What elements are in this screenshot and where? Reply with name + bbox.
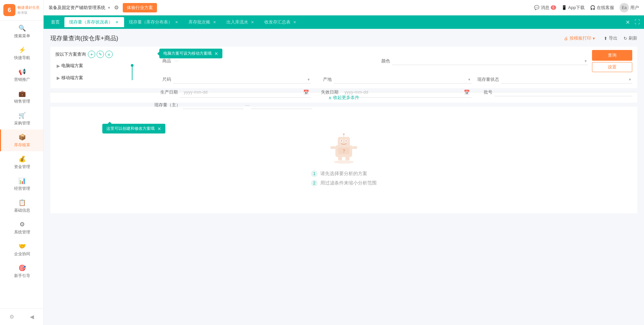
brand-text: 畅捷通好生意 标准版 [17, 5, 40, 15]
sidebar-label-sales: 销售管理 [14, 99, 30, 104]
search-btn[interactable]: 查询 [592, 50, 632, 61]
tab-inventory-status[interactable]: 现存量（库存状况表） ✕ [64, 17, 124, 27]
online-support-action[interactable]: 🎧 在线客服 [590, 5, 614, 11]
basic-icon: 📋 [18, 199, 26, 206]
expiry-date-calendar-icon[interactable]: 📅 [464, 90, 470, 95]
print-dropdown-icon[interactable]: ▾ [593, 36, 595, 41]
expiry-date-label: 失效日期 [315, 89, 338, 95]
sidebar-item-sales[interactable]: 💼 销售管理 [0, 86, 43, 108]
tab-batch[interactable]: 库存批次账 ✕ [184, 17, 222, 27]
origin-select[interactable] [334, 75, 472, 84]
color-select-wrapper[interactable] [392, 57, 588, 65]
search-icon: 🔍 [18, 24, 26, 32]
collab-icon: 🤝 [18, 242, 26, 250]
tab-inventory-dist[interactable]: 现存量（库存分布表） ✕ [124, 17, 184, 27]
message-action[interactable]: 💬 消息 6 [534, 5, 556, 11]
top-header: 装备及固定资产辅助管理系统 ▾ ⚙ 体验行业方案 💬 消息 6 📱 App下载 … [44, 0, 644, 15]
robot-illustration: ? [327, 133, 361, 164]
stock-qty-min-input[interactable] [182, 101, 244, 109]
scheme-group-expand[interactable]: ▶ [57, 63, 60, 68]
scheme-group-mobile-expand[interactable]: ▶ [57, 75, 60, 80]
size-select[interactable] [173, 75, 311, 84]
inventory-icon: 📦 [18, 133, 26, 141]
title-actions: 🖨 按模板打印 ▾ ⬆ 导出 ↻ 刷新 [561, 34, 637, 43]
sidebar-item-finance[interactable]: 💰 资金管理 [0, 151, 43, 173]
stock-qty-field: 现存量（主） — [154, 101, 312, 109]
print-icon: 🖨 [564, 36, 568, 41]
mobile-icon: 📱 [561, 5, 567, 10]
size-select-wrapper[interactable] [173, 75, 311, 84]
batch-input[interactable] [494, 88, 632, 96]
prod-date-input[interactable] [182, 88, 302, 96]
stock-qty-range: — [182, 101, 312, 109]
scheme-edit-tooltip: 这里可以创建和修改方案哦 ✕ [102, 124, 165, 133]
stock-status-select[interactable] [501, 75, 632, 84]
tab-fullscreen-icon[interactable]: ⛶ [633, 18, 641, 27]
tab-summary[interactable]: 收发存汇总表 ✕ [260, 17, 302, 27]
tab-close-all-icon[interactable]: ✕ [624, 18, 631, 27]
sidebar-label-operation: 经营管理 [14, 186, 30, 192]
tab-inventory-status-close[interactable]: ✕ [114, 20, 119, 25]
goods-dots[interactable]: ··· [173, 58, 180, 64]
stock-qty-max-input[interactable] [251, 101, 312, 109]
marketing-icon: 📢 [18, 68, 26, 75]
sidebar-item-collab[interactable]: 🤝 企业协同 [0, 238, 43, 260]
setting-btn[interactable]: 设置 [592, 62, 632, 72]
stock-status-select-wrapper[interactable] [501, 75, 632, 84]
footer-collapse-btn[interactable]: ◀ [28, 312, 36, 322]
svg-text:?: ? [342, 148, 345, 154]
tab-flow[interactable]: 出入库流水 ✕ [222, 17, 260, 27]
color-select[interactable] [392, 57, 588, 65]
origin-select-wrapper[interactable] [334, 75, 472, 84]
tab-home[interactable]: 首页 [46, 17, 64, 27]
scheme-tooltip-text: 电脑方案可设为移动方案哦 [163, 51, 212, 56]
tab-inventory-dist-close[interactable]: ✕ [174, 20, 179, 25]
refresh-btn[interactable]: ↻ 刷新 [624, 35, 637, 41]
sidebar-item-inventory[interactable]: 📦 库存核算 [0, 129, 43, 151]
prod-date-field: 生产日期 📅 [154, 87, 311, 98]
sidebar-item-operation[interactable]: 📊 经营管理 [0, 173, 43, 195]
edit-scheme-btn[interactable]: ✎ [97, 51, 104, 58]
sidebar-item-system[interactable]: ⚙ 系统管理 [0, 217, 43, 238]
template-print-btn[interactable]: 🖨 按模板打印 ▾ [561, 34, 598, 43]
app-download-action[interactable]: 📱 App下载 [561, 5, 585, 11]
sidebar-item-search[interactable]: 🔍 搜索菜单 [0, 20, 43, 42]
trial-button[interactable]: 体验行业方案 [123, 3, 157, 12]
system-dropdown-icon[interactable]: ▾ [108, 5, 110, 10]
add-scheme-btn[interactable]: + [88, 51, 95, 58]
step-num-2: 2 [311, 180, 318, 186]
filter-scheme-row: 按以下方案查询 + ✎ « [55, 51, 113, 58]
sidebar-item-basic[interactable]: 📋 基础信息 [0, 195, 43, 217]
tab-flow-close[interactable]: ✕ [250, 20, 255, 25]
prod-date-calendar-icon[interactable]: 📅 [303, 90, 309, 95]
footer-settings-btn[interactable]: ⚙ [8, 312, 16, 322]
user-action[interactable]: Ea 用户 [620, 3, 639, 12]
sidebar-footer: ⚙ ◀ [0, 308, 43, 325]
svg-rect-11 [330, 146, 336, 149]
expiry-date-input[interactable] [342, 88, 463, 96]
message-icon: 💬 [534, 5, 539, 10]
sidebar-item-nav[interactable]: ⚡ 快捷导航 [0, 42, 43, 64]
action-btns: 查询 设置 [592, 50, 632, 72]
sidebar-item-purchase[interactable]: 🛒 采购管理 [0, 108, 43, 129]
svg-rect-2 [338, 137, 350, 146]
tab-summary-close[interactable]: ✕ [292, 20, 297, 25]
color-label: 颜色 [373, 58, 390, 64]
export-btn[interactable]: ⬆ 导出 [601, 34, 620, 43]
refresh-label: 刷新 [629, 35, 637, 41]
sidebar-label-system: 系统管理 [14, 229, 30, 235]
empty-state-icon: ? [327, 133, 361, 164]
step-num-1: 1 [311, 170, 318, 177]
settings-icon[interactable]: ⚙ [113, 3, 120, 12]
sidebar-item-guide[interactable]: 🎯 新手引导 [0, 260, 43, 282]
tab-batch-close[interactable]: ✕ [212, 20, 217, 25]
system-name: 装备及固定资产辅助管理系统 [49, 5, 105, 11]
scheme-tooltip-close[interactable]: ✕ [214, 51, 218, 56]
filter-area: 按以下方案查询 + ✎ « 电脑方案可设为移动方案哦 ✕ [50, 47, 637, 88]
sidebar-item-marketing[interactable]: 📢 营销推广 [0, 64, 43, 86]
prev-scheme-btn[interactable]: « [105, 51, 113, 58]
empty-state: ? 1 请先选择要分析的方案 2 用过滤条件来缩小分析范围 [50, 107, 637, 213]
scheme-group-desktop-label: 电脑端方案 [61, 63, 83, 69]
empty-step-1: 1 请先选择要分析的方案 [311, 170, 377, 177]
scheme-edit-tooltip-close[interactable]: ✕ [157, 126, 161, 131]
